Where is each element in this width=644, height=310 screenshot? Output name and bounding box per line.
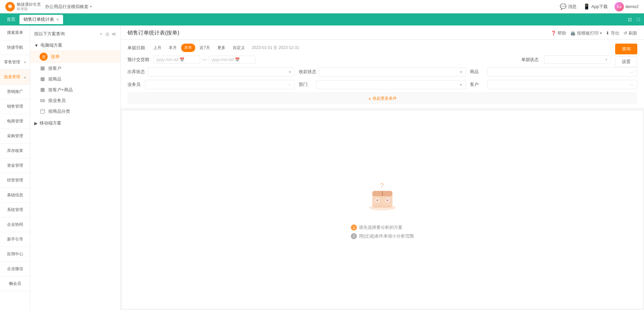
tab-close-icon[interactable]: ✕ [56, 17, 59, 22]
settings-scheme-icon[interactable]: ◎ [105, 31, 109, 37]
receipt-status-cell: 收款状态 ▾ [299, 67, 466, 76]
salesperson-label: 业务员 [127, 82, 142, 88]
logo-area: 畅 畅捷通好生意 标准版 [5, 2, 41, 11]
export-button[interactable]: ⬇ 导出 [606, 30, 620, 36]
user-avatar: Ea [614, 2, 624, 11]
left-panel-header: 按以下方案查询 ＋ ◎ ≪ [30, 29, 120, 39]
empty-illustration: ? [362, 177, 402, 218]
date-tab-7days[interactable]: 近7天 [197, 44, 213, 52]
sidebar-item-retail[interactable]: 零售管理 ▾ [0, 55, 30, 70]
collapse-panel-icon[interactable]: ≪ [111, 31, 116, 37]
refresh-button[interactable]: ↺ 刷新 [624, 30, 637, 36]
refresh-icon: ↺ [624, 31, 627, 36]
sidebar-item-operations[interactable]: 经营管理 [0, 173, 30, 188]
delivery-date-start[interactable]: yyyy-mm-dd 📅 [153, 56, 200, 64]
sidebar-item-basic[interactable]: 基础信息 [0, 188, 30, 203]
left-panel: 按以下方案查询 ＋ ◎ ≪ ▼ 电脑端方案 按 按单 [30, 25, 121, 310]
maximize-icon[interactable]: □ [636, 16, 641, 23]
filter-row-1: 单据日期 上月 本月 本年 近7天 更多 自定义 2023-01-01 至 20… [127, 44, 637, 67]
sidebar-item-purchase[interactable]: 采购管理 [0, 129, 30, 144]
solution-group-mobile: ▶ 移动端方案 [30, 118, 120, 128]
sidebar-item-newbie[interactable]: 新手引导 [0, 232, 30, 247]
product-category-icon [40, 108, 46, 114]
customer-label: 客户 [470, 82, 485, 88]
top-bar: 畅 畅捷通好生意 标准版 办公用品行业模拟账套 ▾ 💬 消息 📱 App下载 E… [0, 0, 644, 13]
solution-group-pc-title[interactable]: ▼ 电脑端方案 [30, 40, 120, 50]
sidebar-item-marketing[interactable]: 营销推广 [0, 85, 30, 99]
salesperson-select[interactable]: ··· [145, 80, 295, 89]
empty-hint-1: 1 请先选择要分析的方案 [351, 224, 414, 230]
user-menu[interactable]: Ea demo2 [614, 2, 639, 11]
print-dropdown-icon: ▾ [600, 31, 602, 35]
product-cell: 商品 ··· [470, 67, 637, 76]
app-download-button[interactable]: 📱 App下载 [583, 3, 608, 10]
message-button[interactable]: 💬 消息 [560, 3, 577, 10]
date-tab-last-month[interactable]: 上月 [150, 44, 164, 52]
sidebar-item-wechat[interactable]: 企业微信 [0, 262, 30, 276]
solution-item-by-customer[interactable]: 按客户 [30, 63, 120, 74]
industry-selector[interactable]: 办公用品行业模拟账套 ▾ [45, 4, 92, 10]
sidebar-item-apps[interactable]: 应用中心 [0, 247, 30, 262]
sidebar-item-wholesale[interactable]: 批发管理 ▴ [0, 70, 30, 85]
date-tab-this-year[interactable]: 本年 [181, 44, 195, 52]
solution-item-by-order[interactable]: 按 按单 [30, 50, 120, 63]
solution-item-by-salesperson[interactable]: 按业务员 [30, 95, 120, 106]
svg-text:?: ? [380, 182, 384, 190]
product-select[interactable]: ··· [487, 67, 637, 76]
filter-row-date: 单据日期 上月 本月 本年 近7天 更多 自定义 2023-01-01 至 20… [127, 44, 611, 52]
hint-num-2: 2 [351, 233, 357, 239]
svg-rect-7 [41, 109, 45, 113]
sidebar-item-enterprise[interactable]: 企业协同 [0, 217, 30, 232]
chevron-up-icon: ▴ [24, 75, 26, 79]
template-print-button[interactable]: 🖨️ 按模板打印 ▾ [570, 30, 602, 36]
restore-icon[interactable]: ⊡ [627, 16, 633, 23]
query-button[interactable]: 查询 [615, 44, 637, 54]
sidebar-item-sales[interactable]: 销售管理 [0, 99, 30, 114]
department-select[interactable]: ▾ [316, 80, 466, 89]
department-label: 部门 [299, 82, 314, 88]
delivery-date-end[interactable]: yyyy-mm-dd 📅 [209, 56, 256, 64]
settings-button[interactable]: 设置 [615, 56, 637, 67]
main-layout: 搜索菜单 快捷导航 零售管理 ▾ 批发管理 ▴ 营销推广 销售管理 电商管理 采… [0, 25, 644, 310]
print-icon: 🖨️ [570, 31, 576, 36]
tab-home[interactable]: 首页 [3, 15, 19, 24]
product-dots-icon[interactable]: ··· [630, 69, 634, 74]
department-chevron: ▾ [460, 82, 462, 87]
customer-dots-icon[interactable]: ··· [630, 82, 634, 87]
delivery-status-select[interactable]: ▾ [148, 67, 295, 76]
solution-group-mobile-title[interactable]: ▶ 移动端方案 [30, 118, 120, 128]
hint-num-1: 1 [351, 224, 357, 230]
calendar-icon: 📅 [179, 57, 184, 62]
delivery-status-chevron: ▾ [289, 69, 291, 74]
help-button[interactable]: ❓ 帮助 [551, 30, 566, 36]
date-tab-this-month[interactable]: 本月 [166, 44, 180, 52]
sidebar-item-inventory[interactable]: 库存核算 [0, 144, 30, 158]
top-bar-left: 畅 畅捷通好生意 标准版 办公用品行业模拟账套 ▾ [5, 2, 92, 11]
solution-item-by-product[interactable]: 按商品 [30, 74, 120, 85]
sidebar-item-finance[interactable]: 资金管理 [0, 158, 30, 173]
tab-sales-order-stats[interactable]: 销售订单统计表 ✕ [19, 15, 63, 24]
date-tab-more[interactable]: 更多 [214, 44, 228, 52]
salesperson-icon [40, 98, 46, 104]
receipt-status-select[interactable]: ▾ [319, 67, 466, 76]
product-label: 商品 [470, 69, 485, 75]
svg-rect-1 [41, 77, 45, 81]
sidebar-item-search[interactable]: 搜索菜单 [0, 25, 30, 40]
collapse-bar[interactable]: ∧ 收起更多条件 [127, 93, 637, 104]
sidebar-item-system[interactable]: 系统管理 [0, 203, 30, 217]
solution-item-by-product-category[interactable]: 按商品分类 [30, 106, 120, 117]
sidebar-item-quick-nav[interactable]: 快捷导航 [0, 40, 30, 55]
bill-status-chevron: ▾ [605, 57, 607, 62]
bill-status-select[interactable]: ▾ [544, 55, 611, 64]
department-cell: 部门 ▾ [299, 80, 466, 89]
content-area: 按以下方案查询 ＋ ◎ ≪ ▼ 电脑端方案 按 按单 [30, 25, 644, 310]
add-scheme-icon[interactable]: ＋ [99, 31, 103, 37]
sidebar-item-vip[interactable]: 畅会员 [0, 276, 30, 291]
date-tab-custom[interactable]: 自定义 [230, 44, 248, 52]
triangle-icon: ▼ [34, 43, 39, 48]
sidebar-item-ecommerce[interactable]: 电商管理 [0, 114, 30, 129]
svg-rect-2 [41, 88, 45, 92]
solution-item-by-customer-product[interactable]: 按客户+商品 [30, 85, 120, 95]
salesperson-dots-icon[interactable]: ··· [287, 82, 291, 87]
customer-select[interactable]: ··· [487, 80, 637, 89]
